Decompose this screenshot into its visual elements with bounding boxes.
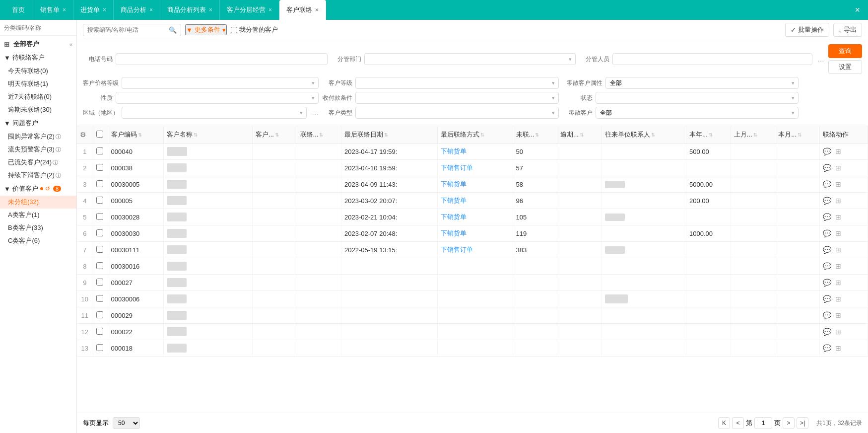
chat-action-icon[interactable]: 💬 xyxy=(823,147,831,155)
sidebar-item-7days[interactable]: 近7天待联络(0) xyxy=(0,90,76,103)
filter-dept-select[interactable] xyxy=(364,53,576,65)
my-customers-checkbox[interactable] xyxy=(231,27,237,33)
row-checkbox[interactable] xyxy=(96,328,103,335)
last-method-link[interactable]: 下销货单 xyxy=(441,213,467,220)
all-customers-header[interactable]: ⊞ 全部客户 « xyxy=(0,36,76,51)
filter-customer-level-select[interactable] xyxy=(355,77,558,89)
chat-action-icon[interactable]: 💬 xyxy=(823,229,831,237)
more-action-icon[interactable]: ⊞ xyxy=(835,229,841,237)
nav-tab-customer-contact[interactable]: 客户联络 × xyxy=(279,0,326,20)
last-method-link[interactable]: 下销货单 xyxy=(441,229,467,237)
close-purchase-tab-icon[interactable]: × xyxy=(103,6,106,13)
page-number-input[interactable] xyxy=(754,417,772,429)
next-page-button[interactable]: > xyxy=(783,417,795,429)
reset-button[interactable]: 设置 xyxy=(828,60,862,74)
collapse-sidebar-icon[interactable]: « xyxy=(69,41,72,47)
export-button[interactable]: ↓ 导出 xyxy=(833,23,863,37)
last-method-link[interactable]: 下销货单 xyxy=(441,147,467,155)
sidebar-item-class-a[interactable]: A类客户(1) xyxy=(0,209,76,221)
col-checkbox[interactable] xyxy=(93,126,108,144)
last-method-link[interactable]: 下销货单 xyxy=(441,197,467,204)
sidebar-group-problem[interactable]: ▼ 问题客户 xyxy=(0,116,76,130)
filter-retail-customer-select[interactable]: 全部 xyxy=(596,107,799,119)
nav-tab-purchase[interactable]: 进货单 × xyxy=(73,0,114,20)
row-checkbox[interactable] xyxy=(96,344,103,351)
more-action-icon[interactable]: ⊞ xyxy=(835,279,841,287)
last-page-button[interactable]: >| xyxy=(797,417,808,429)
select-all-checkbox[interactable] xyxy=(96,131,103,138)
filter-manager-more-icon[interactable]: … xyxy=(817,55,824,63)
chat-action-icon[interactable]: 💬 xyxy=(823,279,831,287)
sidebar-item-today[interactable]: 今天待联络(0) xyxy=(0,65,76,77)
nav-tab-customer-segment[interactable]: 客户分层经营 × xyxy=(220,0,279,20)
last-method-link[interactable]: 下销售订单 xyxy=(441,164,473,171)
filter-phone-input[interactable] xyxy=(116,53,328,65)
more-action-icon[interactable]: ⊞ xyxy=(835,213,841,221)
more-action-icon[interactable]: ⊞ xyxy=(835,246,841,254)
sidebar-group-value[interactable]: ▼ 价值客户 ↺ 8 xyxy=(0,182,76,196)
sidebar-group-pending[interactable]: ▼ 待联络客户 xyxy=(0,51,76,65)
col-settings[interactable]: ⚙ xyxy=(77,126,93,144)
col-unliaised[interactable]: 未联...⇅ xyxy=(513,126,557,144)
row-checkbox[interactable] xyxy=(96,279,103,286)
col-contact[interactable]: 联络...⇅ xyxy=(297,126,341,144)
col-last-month[interactable]: 上月...⇅ xyxy=(731,126,775,144)
row-checkbox[interactable] xyxy=(96,295,103,302)
more-action-icon[interactable]: ⊞ xyxy=(835,164,841,172)
more-action-icon[interactable]: ⊞ xyxy=(835,262,841,270)
nav-tab-analysis[interactable]: 商品分析 × xyxy=(114,0,160,20)
last-method-link[interactable]: 下销售订单 xyxy=(441,246,473,253)
row-checkbox[interactable] xyxy=(96,262,103,269)
col-name[interactable]: 客户名称⇅ xyxy=(163,126,252,144)
main-search-icon[interactable]: 🔍 xyxy=(169,26,177,34)
col-year-amt[interactable]: 本年...⇅ xyxy=(686,126,731,144)
row-checkbox[interactable] xyxy=(96,164,103,171)
last-method-link[interactable]: 下销货单 xyxy=(441,180,467,188)
prev-page-button[interactable]: < xyxy=(732,417,744,429)
close-all-tabs-button[interactable]: × xyxy=(851,5,864,15)
row-checkbox[interactable] xyxy=(96,229,103,236)
sidebar-item-class-c[interactable]: C类客户(6) xyxy=(0,234,76,247)
chat-action-icon[interactable]: 💬 xyxy=(823,164,831,172)
row-checkbox[interactable] xyxy=(96,197,103,204)
col-partners[interactable]: 往来单位联系人⇅ xyxy=(601,126,686,144)
sidebar-item-warning[interactable]: 流失预警客户(3) ⓘ xyxy=(0,143,76,156)
sidebar-item-ungroup[interactable]: 未分组(32) xyxy=(0,196,76,209)
sidebar-item-declining[interactable]: 持续下滑客户(2) ⓘ xyxy=(0,169,76,182)
filter-manager-input[interactable] xyxy=(612,53,812,65)
sidebar-item-class-b[interactable]: B类客户(33) xyxy=(0,221,76,234)
nav-home[interactable]: 首页 xyxy=(4,0,33,20)
nav-tab-sales[interactable]: 销售单 × xyxy=(33,0,73,20)
chat-action-icon[interactable]: 💬 xyxy=(823,295,831,303)
row-checkbox[interactable] xyxy=(96,147,103,154)
settings-icon[interactable]: ⚙ xyxy=(80,131,86,139)
nav-tab-analysis-list[interactable]: 商品分析列表 × xyxy=(160,0,220,20)
col-last-method[interactable]: 最后联络方式⇅ xyxy=(438,126,513,144)
more-action-icon[interactable]: ⊞ xyxy=(835,328,841,336)
filter-customer-type-select[interactable] xyxy=(355,107,558,119)
chat-action-icon[interactable]: 💬 xyxy=(823,328,831,336)
close-analysis-list-tab-icon[interactable]: × xyxy=(209,6,212,13)
first-page-button[interactable]: K xyxy=(718,417,730,429)
refresh-icon[interactable]: ↺ xyxy=(45,185,50,192)
more-filter-button[interactable]: ▼ 更多条件 ▾ xyxy=(185,24,227,35)
sidebar-item-lost[interactable]: 已流失客户(24) ⓘ xyxy=(0,156,76,169)
chat-action-icon[interactable]: 💬 xyxy=(823,262,831,270)
my-customers-checkbox-label[interactable]: 我分管的客户 xyxy=(231,25,278,34)
close-customer-segment-tab-icon[interactable]: × xyxy=(268,6,272,13)
chat-action-icon[interactable]: 💬 xyxy=(823,180,831,188)
col-last-date[interactable]: 最后联络日期⇅ xyxy=(341,126,438,144)
page-size-select[interactable]: 50 100 200 xyxy=(113,417,140,429)
close-analysis-tab-icon[interactable]: × xyxy=(149,6,153,13)
more-action-icon[interactable]: ⊞ xyxy=(835,147,841,155)
col-overdue[interactable]: 逾期...⇅ xyxy=(557,126,601,144)
col-type[interactable]: 客户...⇅ xyxy=(253,126,297,144)
col-cur-month[interactable]: 本月...⇅ xyxy=(775,126,819,144)
row-checkbox[interactable] xyxy=(96,246,103,253)
chat-action-icon[interactable]: 💬 xyxy=(823,246,831,254)
filter-price-level-select[interactable] xyxy=(122,77,319,89)
close-sales-tab-icon[interactable]: × xyxy=(63,6,66,13)
filter-status-select[interactable] xyxy=(596,92,799,104)
chat-action-icon[interactable]: 💬 xyxy=(823,311,831,319)
row-checkbox[interactable] xyxy=(96,311,103,318)
